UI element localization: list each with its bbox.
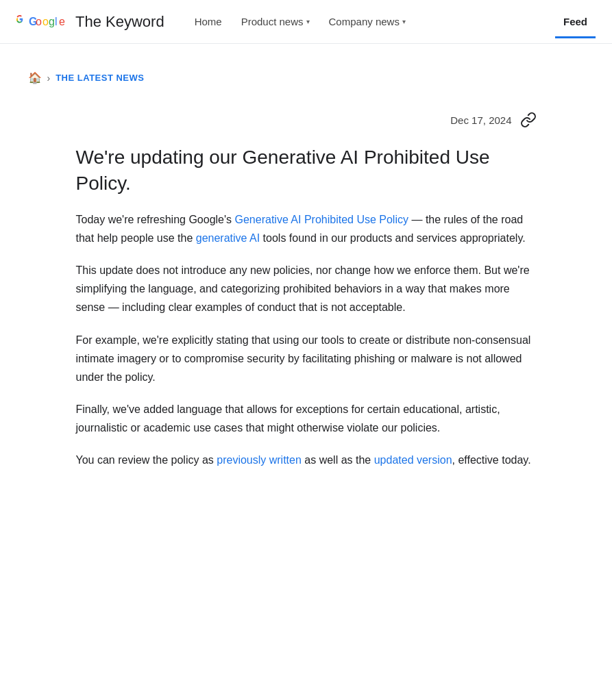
generative-ai-link[interactable]: generative AI <box>196 232 260 244</box>
copy-link-icon[interactable] <box>520 112 537 128</box>
site-header: G o o g l e The Keyword Home Product new… <box>0 0 612 44</box>
nav-product-news[interactable]: Product news ▾ <box>233 10 318 33</box>
nav-feed[interactable]: Feed <box>555 10 596 33</box>
svg-text:e: e <box>59 16 65 27</box>
svg-text:o: o <box>42 16 49 27</box>
product-news-chevron-icon: ▾ <box>306 18 310 25</box>
svg-text:l: l <box>55 16 58 27</box>
article-date: Dec 17, 2024 <box>450 114 511 126</box>
svg-text:o: o <box>36 16 42 27</box>
svg-text:g: g <box>49 16 55 27</box>
site-title: The Keyword <box>75 13 164 31</box>
breadcrumb-current[interactable]: THE LATEST NEWS <box>56 73 144 83</box>
article: Dec 17, 2024 We're updating our Generati… <box>60 98 553 525</box>
article-paragraph-1: Today we're refreshing Google's Generati… <box>76 210 537 247</box>
article-meta: Dec 17, 2024 <box>76 112 537 128</box>
google-logo[interactable]: G o o g l e <box>16 14 67 30</box>
updated-version-link[interactable]: updated version <box>374 454 452 466</box>
company-news-chevron-icon: ▾ <box>402 18 406 25</box>
main-nav: Home Product news ▾ Company news ▾ Feed <box>186 10 596 33</box>
breadcrumb-separator: › <box>47 73 51 84</box>
breadcrumb-home-icon[interactable]: 🏠 <box>28 71 42 84</box>
nav-home[interactable]: Home <box>186 10 230 33</box>
article-paragraph-5: You can review the policy as previously … <box>76 451 537 469</box>
previously-written-link[interactable]: previously written <box>217 454 302 466</box>
article-paragraph-4: Finally, we've added language that allow… <box>76 400 537 437</box>
article-body: Today we're refreshing Google's Generati… <box>76 210 537 470</box>
breadcrumb: 🏠 › THE LATEST NEWS <box>12 44 601 98</box>
article-title: We're updating our Generative AI Prohibi… <box>76 145 537 197</box>
header-logo: G o o g l e The Keyword <box>16 13 164 31</box>
article-paragraph-3: For example, we're explicitly stating th… <box>76 331 537 387</box>
nav-company-news[interactable]: Company news ▾ <box>321 10 414 33</box>
article-paragraph-2: This update does not introduce any new p… <box>76 261 537 317</box>
generative-ai-policy-link[interactable]: Generative AI Prohibited Use Policy <box>235 214 408 225</box>
